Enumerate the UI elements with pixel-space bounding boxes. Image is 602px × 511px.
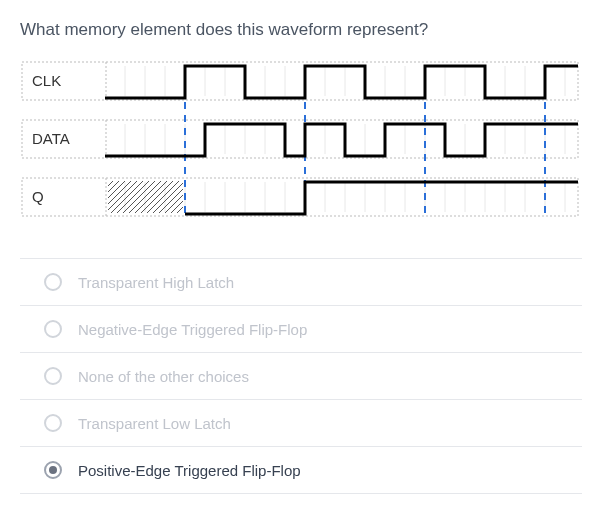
radio-icon: [44, 320, 62, 338]
answer-choice[interactable]: Transparent Low Latch: [20, 400, 582, 447]
signal-label-data: DATA: [32, 130, 70, 147]
signal-label-clk: CLK: [32, 72, 61, 89]
answer-choice[interactable]: Positive-Edge Triggered Flip-Flop: [20, 447, 582, 494]
q-unknown-region: [108, 181, 183, 213]
svg-rect-2: [22, 178, 578, 216]
choice-label: Transparent High Latch: [78, 274, 234, 291]
radio-icon: [44, 273, 62, 291]
choice-label: Transparent Low Latch: [78, 415, 231, 432]
signal-label-q: Q: [32, 188, 44, 205]
radio-icon: [44, 414, 62, 432]
radio-icon: [44, 367, 62, 385]
answer-choice[interactable]: Transparent High Latch: [20, 259, 582, 306]
answer-choice-list: Transparent High Latch Negative-Edge Tri…: [20, 258, 582, 494]
svg-rect-0: [22, 62, 578, 100]
choice-label: Negative-Edge Triggered Flip-Flop: [78, 321, 307, 338]
svg-rect-1: [22, 120, 578, 158]
waveform-q: [185, 182, 578, 214]
choice-label: Positive-Edge Triggered Flip-Flop: [78, 462, 301, 479]
waveform-diagram: CLK DATA Q: [20, 58, 580, 228]
question-text: What memory element does this waveform r…: [20, 20, 582, 40]
answer-choice[interactable]: Negative-Edge Triggered Flip-Flop: [20, 306, 582, 353]
waveform-data: [105, 124, 578, 156]
waveform-clk: [105, 66, 578, 98]
radio-icon: [44, 461, 62, 479]
answer-choice[interactable]: None of the other choices: [20, 353, 582, 400]
choice-label: None of the other choices: [78, 368, 249, 385]
